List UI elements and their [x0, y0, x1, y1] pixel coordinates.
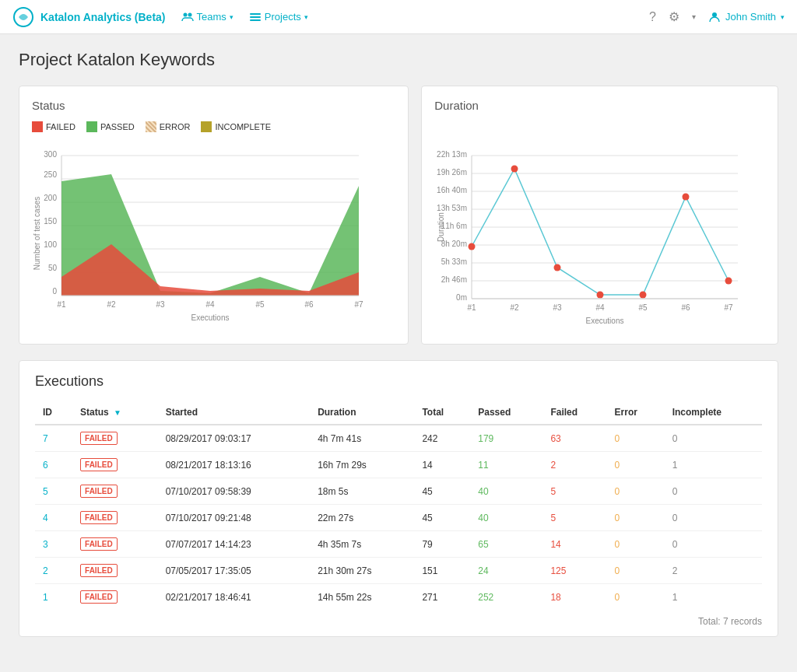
cell-id[interactable]: 5	[35, 478, 72, 505]
legend-failed-label: FAILED	[46, 122, 75, 131]
cell-total: 45	[414, 505, 470, 531]
cell-started: 07/07/2017 14:14:23	[158, 531, 310, 558]
executions-card: Executions ID Status ▼ Started Duration …	[19, 360, 778, 637]
help-icon[interactable]: ?	[649, 10, 656, 24]
svg-text:#3: #3	[553, 303, 563, 312]
svg-text:2h 46m: 2h 46m	[441, 275, 467, 284]
user-menu[interactable]: John Smith ▾	[708, 11, 785, 23]
svg-point-6	[712, 12, 717, 17]
header-row: ID Status ▼ Started Duration Total Passe…	[35, 401, 762, 425]
cell-id[interactable]: 1	[35, 584, 72, 611]
cell-failed: 125	[542, 558, 606, 584]
svg-text:#2: #2	[107, 300, 116, 309]
legend-passed-box	[86, 121, 97, 132]
app-name: Katalon Analytics (Beta)	[40, 11, 166, 23]
cell-status: FAILED	[72, 452, 158, 478]
cell-started: 08/29/2017 09:03:17	[158, 425, 310, 452]
status-chart-svg: 0 50 100 150 200 250 300	[32, 140, 374, 327]
cell-duration: 4h 7m 41s	[310, 425, 414, 452]
svg-text:100: 100	[44, 240, 57, 249]
cell-incomplete: 2	[665, 558, 762, 584]
legend-incomplete: INCOMPLETE	[201, 121, 271, 132]
duration-chart-card: Duration 0m 2h 46m 5h 33m 8h 20m 11h 6m …	[421, 86, 778, 345]
duration-point-3	[554, 264, 561, 271]
table-row: 1 FAILED 02/21/2017 18:46:41 14h 55m 22s…	[35, 584, 762, 611]
teams-menu[interactable]: Teams ▾	[181, 11, 233, 23]
svg-text:19h 26m: 19h 26m	[437, 168, 467, 177]
svg-text:#6: #6	[304, 300, 314, 309]
cell-id[interactable]: 7	[35, 425, 72, 452]
cell-total: 271	[414, 584, 470, 611]
svg-text:0: 0	[52, 287, 57, 296]
user-chevron-icon: ▾	[781, 13, 785, 21]
table-header: ID Status ▼ Started Duration Total Passe…	[35, 401, 762, 425]
cell-started: 02/21/2017 18:46:41	[158, 584, 310, 611]
cell-error: 0	[607, 478, 665, 505]
svg-rect-3	[250, 13, 261, 15]
cell-passed: 24	[470, 558, 542, 584]
cell-status: FAILED	[72, 478, 158, 505]
cell-incomplete: 1	[665, 452, 762, 478]
svg-text:#1: #1	[468, 303, 477, 312]
cell-passed: 252	[470, 584, 542, 611]
cell-status: FAILED	[72, 584, 158, 611]
cell-status: FAILED	[72, 558, 158, 584]
cell-id[interactable]: 6	[35, 452, 72, 478]
cell-failed: 2	[542, 452, 606, 478]
legend-failed-box	[32, 121, 43, 132]
teams-label: Teams	[197, 11, 226, 23]
col-total: Total	[414, 401, 470, 425]
navbar: Katalon Analytics (Beta) Teams ▾ Project…	[0, 0, 797, 34]
cell-started: 07/05/2017 17:35:05	[158, 558, 310, 584]
teams-chevron-icon: ▾	[230, 13, 233, 21]
cell-status: FAILED	[72, 505, 158, 531]
cell-passed: 65	[470, 531, 542, 558]
svg-text:50: 50	[48, 264, 58, 272]
svg-text:5h 33m: 5h 33m	[441, 257, 467, 266]
table-row: 6 FAILED 08/21/2017 18:13:16 16h 7m 29s …	[35, 452, 762, 478]
projects-icon	[249, 11, 262, 23]
svg-text:#3: #3	[156, 300, 165, 309]
table-row: 3 FAILED 07/07/2017 14:14:23 4h 35m 7s 7…	[35, 531, 762, 558]
duration-point-6	[683, 194, 690, 201]
cell-total: 151	[414, 558, 470, 584]
legend-failed: FAILED	[32, 121, 75, 132]
cell-duration: 18m 5s	[310, 478, 414, 505]
cell-error: 0	[607, 425, 665, 452]
duration-point-4	[597, 292, 604, 299]
duration-chart-title: Duration	[434, 99, 765, 112]
col-incomplete: Incomplete	[665, 401, 762, 425]
projects-menu[interactable]: Projects ▾	[249, 11, 308, 23]
executions-title: Executions	[35, 373, 762, 390]
cell-incomplete: 1	[665, 584, 762, 611]
charts-row: Status FAILED PASSED ERROR INCOMPLETE	[19, 86, 778, 345]
projects-label: Projects	[265, 11, 301, 23]
cell-incomplete: 0	[665, 478, 762, 505]
cell-error: 0	[607, 558, 665, 584]
cell-started: 07/10/2017 09:21:48	[158, 505, 310, 531]
cell-id[interactable]: 4	[35, 505, 72, 531]
svg-text:#1: #1	[57, 300, 66, 309]
table-row: 7 FAILED 08/29/2017 09:03:17 4h 7m 41s 2…	[35, 425, 762, 452]
cell-passed: 179	[470, 425, 542, 452]
projects-chevron-icon: ▾	[304, 13, 308, 21]
svg-text:0m: 0m	[456, 293, 467, 302]
cell-failed: 5	[542, 505, 606, 531]
cell-id[interactable]: 3	[35, 531, 72, 558]
col-started: Started	[158, 401, 310, 425]
status-filter-icon[interactable]: ▼	[114, 408, 121, 417]
app-brand[interactable]: Katalon Analytics (Beta)	[12, 6, 166, 28]
legend-error-box	[146, 121, 156, 132]
executions-tbody: 7 FAILED 08/29/2017 09:03:17 4h 7m 41s 2…	[35, 425, 762, 610]
col-failed: Failed	[542, 401, 606, 425]
total-records: Total: 7 records	[35, 616, 762, 627]
cell-duration: 4h 35m 7s	[310, 531, 414, 558]
status-chart-title: Status	[32, 99, 395, 112]
settings-icon[interactable]: ⚙	[669, 9, 679, 24]
cell-error: 0	[607, 505, 665, 531]
cell-id[interactable]: 2	[35, 558, 72, 584]
cell-duration: 16h 7m 29s	[310, 452, 414, 478]
cell-failed: 63	[542, 425, 606, 452]
user-name: John Smith	[725, 11, 776, 23]
duration-chart-wrap: 0m 2h 46m 5h 33m 8h 20m 11h 6m 13h 53m 1…	[434, 121, 765, 331]
